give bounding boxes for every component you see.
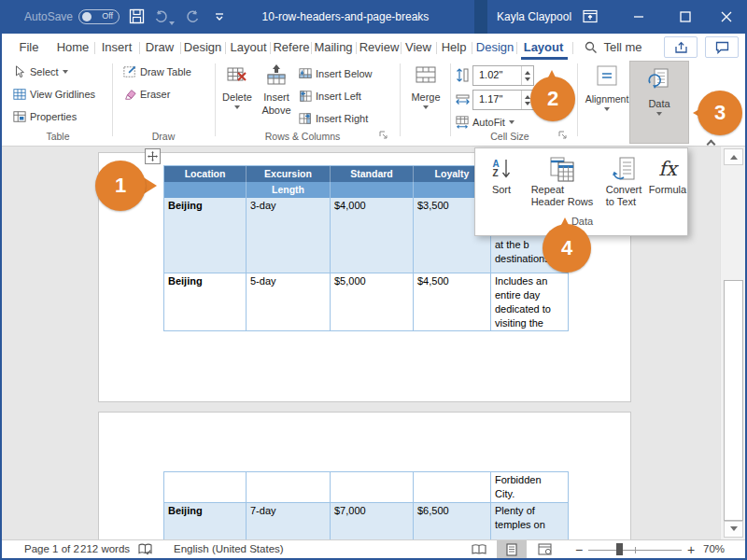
save-icon[interactable] [129,8,145,24]
cell[interactable]: Beijing [164,273,247,331]
table-properties-button[interactable]: Properties [13,110,77,123]
tab-home[interactable]: Home [54,37,92,58]
column-width-spinner[interactable]: 1.17" [472,90,534,110]
tab-view[interactable]: View [403,37,433,58]
word-count[interactable]: 212 words [80,543,130,554]
tab-mailings[interactable]: Mailing [314,37,353,58]
insert-right-button[interactable]: Insert Right [299,112,368,125]
undo-dropdown-caret[interactable] [169,15,175,32]
row-height-spinner[interactable]: 1.02" [472,65,534,86]
menu-item-convert-to-text[interactable]: Convert to Text [600,154,647,208]
insert-left-button[interactable]: Insert Left [299,90,361,103]
cell[interactable]: Beijing [164,198,247,273]
redo-icon[interactable] [186,9,201,24]
proofing-icon[interactable] [138,543,152,555]
cell[interactable] [331,472,414,503]
cell[interactable]: $4,000 [331,198,414,273]
callout-step-4: 4 [543,224,591,273]
header-cell-length[interactable]: Length [247,182,331,198]
page-indicator[interactable]: Page 1 of 2 [24,543,79,554]
tab-file[interactable]: File [13,37,45,58]
delete-button[interactable]: Delete [218,63,256,112]
cell[interactable] [247,472,331,503]
cell[interactable]: Includes an entire day dedicated to visi… [491,273,569,331]
cell-size-dialog-launcher-icon[interactable] [558,131,568,140]
menu-item-sort[interactable]: A Z Sort [483,154,520,195]
merge-button[interactable]: Merge [405,63,446,112]
tab-review[interactable]: Review [359,37,400,58]
table-group-label: Table [9,131,106,142]
alignment-button[interactable]: Alignment [581,63,633,114]
zoom-out-button[interactable]: − [575,542,583,557]
tab-table-layout-active[interactable]: Layout [519,37,568,58]
data-button-pressed[interactable]: Data [629,61,689,144]
merge-cells-icon [415,63,437,86]
cell[interactable]: $4,500 [414,273,491,331]
close-button[interactable] [721,0,747,34]
cell[interactable]: Beijing [164,503,247,539]
draw-table-button[interactable]: Draw Table [123,65,191,78]
tab-insert[interactable]: Insert [97,37,136,58]
table-move-handle[interactable] [145,148,161,164]
cell[interactable] [164,472,247,503]
document-title: 10-row-headers-and-page-breaks [224,0,467,34]
draw-group-label: Draw [117,131,210,142]
print-layout-button-selected[interactable] [497,540,527,558]
undo-icon[interactable] [153,9,168,24]
cell[interactable]: $6,500 [414,503,491,539]
view-gridlines-button[interactable]: View Gridlines [13,88,95,101]
minimize-button[interactable] [633,0,665,34]
rows-columns-dialog-launcher-icon[interactable] [379,131,388,140]
search-icon[interactable] [585,41,598,54]
comment-icon [715,41,729,54]
zoom-level[interactable]: 70% [703,543,725,554]
header-cell-excursion[interactable]: Excursion [247,166,331,182]
scroll-up-button[interactable] [724,148,743,165]
cell[interactable] [414,472,491,503]
share-button[interactable] [664,36,698,58]
comments-button[interactable] [705,36,739,58]
zoom-slider-thumb[interactable] [616,543,623,555]
cell[interactable]: 5-day [247,273,331,331]
tab-table-design[interactable]: Design [474,37,515,58]
page2-table[interactable]: Forbidden City. Beijing 7-day $7,000 $6,… [163,471,569,539]
select-button[interactable]: Select [13,65,68,78]
cell[interactable]: 7-day [247,503,331,539]
vertical-scrollbar[interactable] [720,147,745,539]
insert-below-icon [299,67,312,80]
cell[interactable]: $7,000 [331,503,414,539]
tab-design[interactable]: Design [183,37,222,58]
scroll-down-button[interactable] [724,521,743,538]
tab-help[interactable]: Help [439,37,469,58]
insert-below-button[interactable]: Insert Below [299,67,373,80]
autofit-button[interactable]: AutoFit [456,116,514,129]
zoom-in-button[interactable]: + [687,542,695,557]
menu-item-repeat-header-rows[interactable]: Repeat Header Rows [528,154,597,208]
menu-item-formula[interactable]: fx Formula [647,154,688,195]
cell[interactable]: $5,000 [331,273,414,331]
language-indicator[interactable]: English (United States) [174,543,284,554]
header-cell-location[interactable]: Location [164,166,247,182]
eraser-button[interactable]: Eraser [123,88,170,101]
scrollbar-thumb[interactable] [724,280,743,521]
scroll-down-icon [730,526,738,535]
convert-to-text-icon [612,154,636,184]
cell[interactable]: 3-day [247,198,331,273]
cell[interactable]: Forbidden City. [491,472,569,503]
read-mode-button[interactable] [465,540,493,558]
header-cell-standard[interactable]: Standard [331,166,414,182]
tab-layout[interactable]: Layout [228,37,269,58]
row-height-spinner-arrows[interactable] [521,66,533,85]
tab-references[interactable]: Refere [273,37,310,58]
maximize-button[interactable] [680,0,712,34]
tab-draw[interactable]: Draw [142,37,177,58]
cell[interactable]: Plenty of temples on [491,503,569,539]
formula-icon: fx [658,154,677,184]
print-layout-icon [506,543,517,556]
insert-above-button[interactable]: Insert Above [256,63,297,117]
web-layout-button[interactable] [530,540,558,558]
ribbon-display-options-icon[interactable] [583,9,598,23]
page-2[interactable]: Forbidden City. Beijing 7-day $7,000 $6,… [98,412,631,539]
tell-me-label[interactable]: Tell me [601,37,644,58]
autosave-toggle[interactable]: Off [78,9,120,24]
